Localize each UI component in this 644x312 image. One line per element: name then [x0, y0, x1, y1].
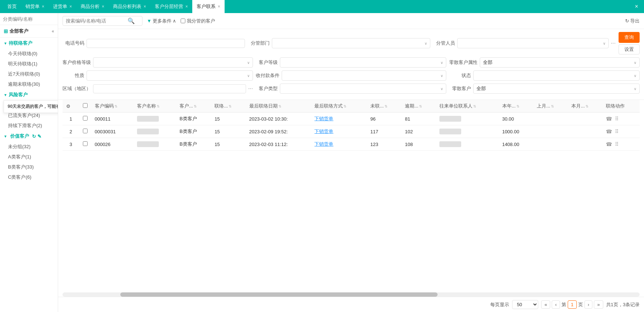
tab-customer-layer[interactable]: 客户分层经营 ×: [150, 0, 192, 13]
th-contact[interactable]: 联络...⇅: [211, 100, 245, 113]
th-last-month[interactable]: 上月...⇅: [533, 100, 568, 113]
sidebar-search-input[interactable]: [3, 16, 58, 22]
phone-input[interactable]: [86, 39, 245, 48]
sidebar-item-tomorrow[interactable]: 明天待联络(1): [0, 59, 58, 69]
per-page-select[interactable]: 50 100 200: [512, 300, 538, 309]
sidebar-item-overdue-contact[interactable]: 逾期未联络(30): [0, 79, 58, 89]
sidebar-item-declining[interactable]: 持续下滑客户(2): [0, 121, 58, 131]
tab-purchase[interactable]: 进货单 ×: [49, 0, 76, 13]
tab-home[interactable]: 首页: [3, 0, 21, 13]
total-label: 共1页，3条记录: [606, 301, 640, 308]
cell-checkbox-1[interactable]: [79, 125, 91, 138]
prev-page-button[interactable]: ‹: [552, 300, 560, 309]
sidebar-item-ungrouped[interactable]: 未分组(32): [0, 142, 58, 152]
cell-last-method-2[interactable]: 下销货单: [311, 138, 367, 151]
th-code[interactable]: 客户编码⇅: [91, 100, 134, 113]
sidebar-group-pending[interactable]: ▼ 待联络客户: [0, 38, 58, 49]
retail-select[interactable]: 全部 ∨: [473, 84, 640, 94]
th-checkbox[interactable]: [79, 100, 91, 113]
cell-checkbox-0[interactable]: [79, 113, 91, 125]
edit-icon[interactable]: ✎: [37, 134, 41, 139]
refresh-icon[interactable]: ↻: [32, 134, 36, 139]
table-settings-icon[interactable]: ⚙: [66, 104, 71, 109]
horizontal-scrollbar[interactable]: [63, 292, 640, 297]
customer-type-select[interactable]: ∨: [280, 84, 446, 94]
first-page-button[interactable]: «: [541, 300, 550, 309]
row-checkbox-2[interactable]: [83, 141, 88, 146]
table-header-row: ⚙ 客户编码⇅ 客户名称⇅ 客户...⇅ 联络...⇅ 最后联络日期⇅ 最后联络…: [63, 100, 640, 113]
more-conditions-toggle[interactable]: ▼ 更多条件 ∧: [147, 18, 176, 24]
query-button[interactable]: 查询: [619, 32, 640, 43]
horizontal-scrollbar-thumb[interactable]: [120, 292, 438, 297]
action-contact-icon-1[interactable]: ☎: [606, 129, 612, 134]
row-checkbox-1[interactable]: [83, 129, 88, 133]
sidebar-item-today[interactable]: 今天待联络(0): [0, 49, 58, 59]
action-contact-icon-2[interactable]: ☎: [606, 141, 612, 147]
retail-arrow-icon: ∨: [634, 87, 636, 91]
tab-analysis[interactable]: 商品分析 ×: [76, 0, 109, 13]
price-level-select[interactable]: ∨: [93, 57, 253, 68]
customer-level-select[interactable]: ∨: [280, 57, 446, 68]
sidebar-item-7days[interactable]: 近7天待联络(0): [0, 69, 58, 79]
tab-analysis-close[interactable]: ×: [102, 4, 104, 9]
cell-checkbox-2[interactable]: [79, 138, 91, 151]
next-page-button[interactable]: ›: [584, 300, 592, 309]
th-year-amount[interactable]: 本年...⇅: [499, 100, 533, 113]
th-uncontacted[interactable]: 未联...⇅: [367, 100, 401, 113]
nature-select[interactable]: ∨: [86, 70, 253, 81]
tab-customer-layer-close[interactable]: ×: [185, 4, 188, 9]
row1-ellipsis[interactable]: ···: [611, 40, 616, 46]
sidebar-all-customers[interactable]: ⊞ 全部客户 «: [0, 25, 58, 38]
th-settings[interactable]: ⚙: [63, 100, 79, 113]
collapse-sidebar-icon[interactable]: «: [52, 29, 54, 34]
th-name[interactable]: 客户名称⇅: [133, 100, 176, 113]
export-button[interactable]: ↻ 导出: [625, 18, 640, 24]
sidebar-item-a-class[interactable]: A类客户(1): [0, 152, 58, 162]
sidebar-item-c-class[interactable]: C类客户(6): [0, 172, 58, 182]
sidebar-group-risk[interactable]: ▼ 风险客户 90天未交易的客户，可能有流失风险。: [0, 89, 58, 100]
main-search-input[interactable]: [66, 18, 128, 24]
status-select[interactable]: ∨: [473, 70, 640, 81]
tab-purchase-close[interactable]: ×: [69, 4, 72, 9]
filter-cell-phone: 电话号码: [63, 39, 245, 48]
tab-sales-close[interactable]: ×: [42, 4, 44, 9]
th-this-month[interactable]: 本月...⇅: [568, 100, 602, 113]
sort-last-date-icon: ⇅: [278, 104, 281, 108]
cell-last-method-0[interactable]: 下销货单: [311, 113, 367, 125]
my-customers-toggle[interactable]: 我分管的客户: [181, 18, 215, 24]
tab-customer-contact[interactable]: 客户联系 ×: [192, 0, 225, 13]
action-more-icon-0[interactable]: ⠿: [615, 116, 619, 122]
tab-customer-contact-close[interactable]: ×: [218, 4, 220, 9]
window-close-button[interactable]: ×: [632, 3, 641, 10]
row-checkbox-0[interactable]: [83, 116, 88, 121]
main-search-button[interactable]: 🔍: [128, 17, 135, 24]
last-page-button[interactable]: »: [594, 300, 603, 309]
tab-analysis-list-close[interactable]: ×: [144, 4, 146, 9]
filter-funnel-icon: ▼: [147, 18, 152, 24]
cell-action-2: ☎ ⠿: [602, 138, 640, 151]
sidebar-item-b-class[interactable]: B类客户(33): [0, 162, 58, 172]
my-customers-checkbox[interactable]: [181, 19, 185, 23]
select-all-checkbox[interactable]: [83, 103, 88, 108]
cell-name-1: [133, 125, 176, 138]
th-type[interactable]: 客户...⇅: [176, 100, 211, 113]
tab-sales[interactable]: 销货单 ×: [21, 0, 49, 13]
action-contact-icon-0[interactable]: ☎: [606, 116, 612, 122]
action-more-icon-2[interactable]: ⠿: [615, 141, 619, 147]
tab-analysis-list[interactable]: 商品分析列表 ×: [109, 0, 150, 13]
th-last-method[interactable]: 最后联络方式⇅: [311, 100, 367, 113]
th-contact-person[interactable]: 往来单位联系人⇅: [436, 100, 498, 113]
action-more-icon-1[interactable]: ⠿: [615, 129, 619, 134]
th-overdue[interactable]: 逾期...⇅: [401, 100, 436, 113]
payment-select[interactable]: ∨: [282, 70, 446, 81]
sidebar-group-value[interactable]: ▼ 价值客户 ↻ ✎: [0, 131, 58, 142]
settings-button[interactable]: 设置: [619, 44, 640, 54]
dept-select[interactable]: ∨: [272, 38, 430, 48]
cell-last-method-1[interactable]: 下销货单: [311, 125, 367, 138]
table-row: 2 00030031 B类客户 15 2023-02-09 19:52: 下销货…: [63, 125, 640, 138]
retail-attr-select[interactable]: 全部 ∨: [480, 57, 640, 68]
th-last-date[interactable]: 最后联络日期⇅: [246, 100, 311, 113]
region-input[interactable]: [93, 84, 246, 93]
region-ellipsis[interactable]: ···: [248, 85, 253, 92]
person-select[interactable]: ∨: [457, 38, 609, 48]
